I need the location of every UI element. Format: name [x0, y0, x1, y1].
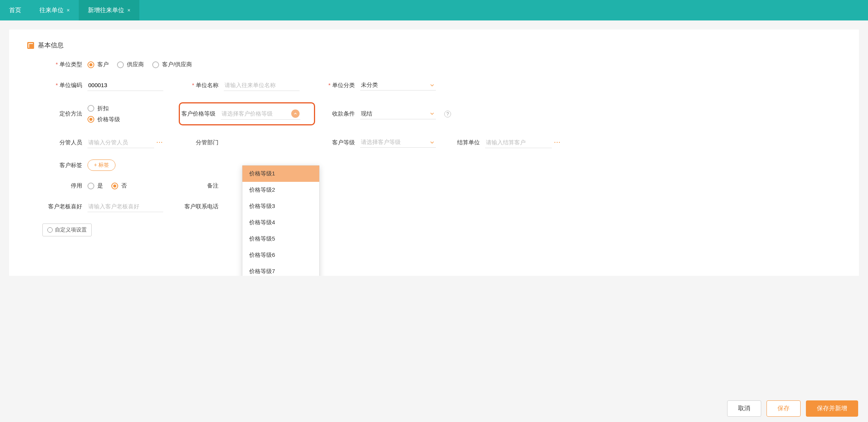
add-tag-button[interactable]: + 标签: [87, 159, 116, 171]
dropdown-item[interactable]: 价格等级7: [242, 263, 319, 276]
form-icon: [27, 42, 34, 49]
chevron-down-icon: [429, 82, 435, 88]
unit-type-radio-group: 客户 供应商 客户/供应商: [87, 61, 192, 68]
dropdown-item[interactable]: 价格等级5: [242, 231, 319, 247]
tab-home[interactable]: 首页: [0, 0, 30, 20]
unit-name-input[interactable]: [224, 80, 300, 91]
price-level-select[interactable]: 请选择客户价格等级: [221, 108, 300, 120]
label-customer-level: 客户等级: [315, 139, 355, 146]
close-icon[interactable]: ×: [67, 7, 70, 13]
label-settlement-unit: 结算单位: [451, 139, 480, 146]
radio-both[interactable]: 客户/供应商: [152, 61, 192, 68]
radio-customer[interactable]: 客户: [87, 61, 109, 68]
label-unit-category: 单位分类: [315, 82, 355, 89]
more-icon[interactable]: ···: [552, 139, 561, 145]
section-title: 基本信息: [27, 41, 841, 50]
label-unit-code: 单位编码: [42, 82, 82, 89]
dropdown-item[interactable]: 价格等级2: [242, 182, 319, 198]
boss-hobby-input[interactable]: [87, 201, 163, 212]
label-price-level: 客户价格等级: [181, 110, 215, 117]
tab-label: 新增往来单位: [88, 6, 124, 14]
gear-icon: [47, 227, 53, 233]
dropdown-item[interactable]: 价格等级1: [242, 166, 319, 182]
form-card: 基本信息 单位类型 客户 供应商 客户/供应商 单位编码 单位名称: [9, 30, 859, 276]
unit-code-input[interactable]: [87, 80, 163, 91]
dropdown-scroll[interactable]: 价格等级1 价格等级2 价格等级3 价格等级4 价格等级5 价格等级6 价格等级…: [242, 166, 319, 276]
unit-category-select[interactable]: 未分类: [360, 80, 436, 91]
label-manager-dept: 分管部门: [179, 139, 219, 146]
label-customer-tag: 客户标签: [42, 162, 82, 169]
dropdown-item[interactable]: 价格等级4: [242, 214, 319, 231]
chevron-down-icon: [429, 111, 435, 117]
label-unit-type: 单位类型: [42, 61, 82, 68]
radio-price-level[interactable]: 价格等级: [87, 116, 120, 123]
section-title-text: 基本信息: [38, 41, 64, 50]
label-boss-hobby: 客户老板喜好: [42, 203, 82, 210]
disabled-radio-group: 是 否: [87, 182, 127, 189]
label-manager-person: 分管人员: [42, 139, 82, 146]
pricing-method-radio-group: 折扣 价格等级: [87, 105, 120, 123]
tab-label: 首页: [9, 6, 21, 14]
dropdown-item[interactable]: 价格等级3: [242, 198, 319, 214]
label-pricing-method: 定价方法: [42, 110, 82, 117]
tab-new-contact[interactable]: 新增往来单位 ×: [79, 0, 139, 20]
price-level-highlight: 客户价格等级 请选择客户价格等级: [179, 102, 315, 125]
custom-settings-button[interactable]: 自定义项设置: [42, 224, 92, 236]
label-remark: 备注: [179, 182, 219, 189]
help-icon[interactable]: ?: [444, 111, 451, 117]
customer-level-select[interactable]: 请选择客户等级: [360, 137, 436, 148]
label-payment-terms: 收款条件: [315, 110, 355, 117]
more-icon[interactable]: ···: [154, 139, 163, 145]
tab-bar: 首页 往来单位 × 新增往来单位 ×: [0, 0, 868, 20]
label-contact-phone: 客户联系电话: [179, 203, 219, 210]
manager-person-input[interactable]: [87, 137, 154, 148]
label-unit-name: 单位名称: [179, 82, 219, 89]
payment-terms-select[interactable]: 现结: [360, 109, 436, 119]
tab-contacts[interactable]: 往来单位 ×: [30, 0, 79, 20]
chevron-up-icon: [291, 109, 300, 118]
chevron-down-icon: [429, 139, 435, 145]
settlement-unit-input[interactable]: [485, 137, 552, 148]
radio-discount[interactable]: 折扣: [87, 105, 120, 112]
close-icon[interactable]: ×: [127, 7, 130, 13]
label-disabled: 停用: [42, 182, 82, 189]
price-level-dropdown: 价格等级1 价格等级2 价格等级3 价格等级4 价格等级5 价格等级6 价格等级…: [242, 165, 320, 276]
radio-yes[interactable]: 是: [87, 182, 103, 189]
radio-no[interactable]: 否: [111, 182, 127, 189]
radio-supplier[interactable]: 供应商: [117, 61, 144, 68]
dropdown-item[interactable]: 价格等级6: [242, 247, 319, 263]
tab-label: 往来单位: [39, 6, 64, 14]
